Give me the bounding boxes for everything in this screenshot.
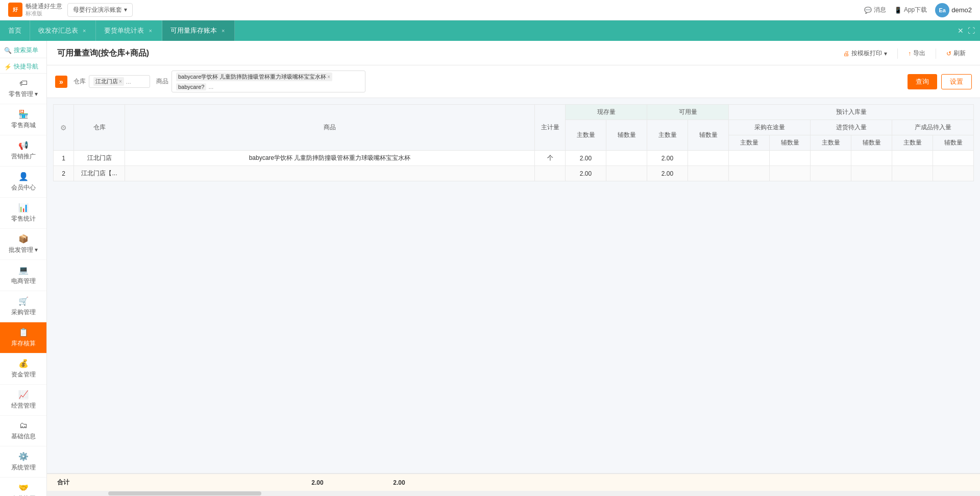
sidebar-item-retail-mgmt-label: 零售管理 ▾: [9, 90, 38, 99]
sidebar-item-retail-mgmt[interactable]: 🏷 零售管理 ▾: [0, 74, 46, 104]
sidebar-item-marketing[interactable]: 📢 营销推广: [0, 135, 46, 167]
filter-product-more[interactable]: ...: [208, 83, 213, 90]
row1-product-main: [892, 151, 933, 166]
basic-info-icon: 🗂: [19, 421, 28, 430]
table-scroll-bar[interactable]: [47, 491, 980, 496]
finance-icon: 💰: [18, 359, 29, 368]
filter-product-tag1: babycare学饮杯 儿童防摔防撞吸管杯重力球吸嘴杯宝宝水杯 ×: [176, 73, 332, 81]
sidebar-search[interactable]: 🔍 搜索菜单: [0, 41, 46, 58]
tab-available-stock[interactable]: 可用量库存账本 ×: [162, 20, 235, 41]
refresh-btn[interactable]: ↺ 刷新: [942, 47, 970, 60]
marketing-icon: 📢: [18, 140, 29, 150]
row1-product: babycare学饮杯 儿童防摔防撞吸管杯重力球吸嘴杯宝宝水杯: [125, 151, 535, 166]
sidebar-item-purchase[interactable]: 🛒 采购管理: [0, 291, 46, 322]
wholesale-icon: 📦: [18, 234, 29, 244]
row1-product-aux: [933, 151, 974, 166]
th-purchase-main: 主数量: [729, 135, 770, 151]
sidebar-item-retail-mall[interactable]: 🏪 零售商城: [0, 104, 46, 135]
print-btn[interactable]: 🖨 按模板打印 ▾: [839, 47, 891, 60]
tab-home[interactable]: 首页: [0, 20, 30, 41]
sidebar-item-operation-label: 经营管理: [11, 401, 36, 410]
th-product-main: 主数量: [892, 135, 933, 151]
sidebar-item-enterprise-coop[interactable]: 🤝 企业协同: [0, 478, 46, 496]
filter-warehouse-field: 仓库 江北门店 × ...: [74, 75, 150, 88]
row2-warehouse: 江北门店【...: [74, 166, 125, 181]
sidebar-quick-nav[interactable]: ⚡ 快捷导航: [0, 58, 46, 74]
app-download-btn[interactable]: 📱 App下载: [894, 6, 927, 14]
row1-warehouse: 江北门店: [74, 151, 125, 166]
scroll-thumb[interactable]: [108, 491, 261, 495]
sidebar-item-purchase-label: 采购管理: [11, 308, 36, 317]
tab-close-all-icon[interactable]: ✕: [958, 27, 964, 35]
filter-product-input[interactable]: babycare学饮杯 儿童防摔防撞吸管杯重力球吸嘴杯宝宝水杯 × babyca…: [172, 70, 365, 92]
page-header: 可用量查询(按仓库+商品) 🖨 按模板打印 ▾ ↑ 导出 ↺ 刷新: [47, 41, 980, 65]
filter-bar: » 仓库 江北门店 × ... 商品 babycare学饮杯 儿童防摔防撞吸管杯…: [47, 65, 980, 98]
th-available-aux: 辅数量: [688, 120, 729, 151]
sidebar-item-basic-info[interactable]: 🗂 基础信息: [0, 416, 46, 446]
footer-stock-main: 2.00: [297, 479, 338, 486]
query-button[interactable]: 查询: [908, 74, 937, 89]
sidebar-item-retail-stats[interactable]: 📊 零售统计: [0, 198, 46, 229]
row2-goods-aux: [851, 166, 892, 181]
sidebar-item-finance[interactable]: 💰 资金管理: [0, 353, 46, 385]
table-row: 1 江北门店 babycare学饮杯 儿童防摔防撞吸管杯重力球吸嘴杯宝宝水杯 个…: [54, 151, 974, 166]
main-layout: 🔍 搜索菜单 ⚡ 快捷导航 🏷 零售管理 ▾ 🏪 零售商城 📢 营销推广 👤 会…: [0, 41, 980, 496]
logo-sub: 标准版: [26, 10, 62, 17]
th-settings: ⚙: [54, 105, 74, 151]
footer-label: 合计: [52, 478, 134, 487]
sidebar-item-basic-info-label: 基础信息: [11, 432, 36, 441]
footer-available-main: 2.00: [379, 479, 420, 486]
industry-selector[interactable]: 母婴行业演示账套 ▾: [67, 3, 133, 17]
sidebar-item-finance-label: 资金管理: [11, 370, 36, 379]
sidebar-item-inventory-label: 库存核算: [11, 339, 36, 348]
tab-order-stats-close[interactable]: ×: [147, 27, 153, 34]
purchase-icon: 🛒: [18, 296, 29, 306]
filter-product-tag1-close[interactable]: ×: [327, 74, 330, 80]
tab-receipt-summary-close[interactable]: ×: [81, 27, 87, 34]
th-stock: 现存量: [566, 105, 647, 120]
expand-btn[interactable]: »: [55, 76, 67, 88]
operation-icon: 📈: [18, 390, 29, 399]
msg-btn[interactable]: 💬 消息: [864, 6, 886, 14]
avatar: Ea: [935, 3, 949, 17]
filter-warehouse-tag-close[interactable]: ×: [119, 79, 122, 84]
sidebar-item-ecommerce[interactable]: 💻 电商管理: [0, 260, 46, 291]
row1-purchase-main: [729, 151, 770, 166]
setting-button[interactable]: 设置: [941, 74, 972, 89]
sidebar-item-retail-mall-label: 零售商城: [11, 121, 36, 130]
sidebar-item-system[interactable]: ⚙️ 系统管理: [0, 446, 46, 478]
page-actions: 🖨 按模板打印 ▾ ↑ 导出 ↺ 刷新: [839, 47, 970, 60]
sidebar-item-marketing-label: 营销推广: [11, 152, 36, 161]
sidebar-item-system-label: 系统管理: [11, 463, 36, 472]
row2-product: [125, 166, 535, 181]
sidebar-quick-nav-label: 快捷导航: [14, 62, 38, 71]
export-btn[interactable]: ↑ 导出: [904, 47, 929, 60]
table-area: ⚙ 仓库 商品 主计量 现存量 可用量 预计入库量 主数量 辅数量 主数量 辅数…: [47, 98, 980, 473]
th-purchase-in: 采购在途量: [729, 120, 811, 135]
row1-goods-main: [811, 151, 851, 166]
filter-actions: 查询 设置: [908, 74, 972, 89]
user-area[interactable]: Ea demo2: [935, 3, 972, 17]
sidebar-item-member[interactable]: 👤 会员中心: [0, 167, 46, 198]
retail-mgmt-icon: 🏷: [19, 79, 28, 88]
th-goods-main: 主数量: [811, 135, 851, 151]
tab-receipt-summary[interactable]: 收发存汇总表 ×: [30, 20, 96, 41]
sidebar-item-inventory[interactable]: 📋 库存核算: [0, 322, 46, 353]
sidebar-item-retail-stats-label: 零售统计: [11, 215, 36, 223]
row2-unit: [535, 166, 566, 181]
app-download-label: App下载: [904, 6, 927, 14]
enterprise-coop-icon: 🤝: [18, 483, 29, 492]
tab-order-stats[interactable]: 要货单统计表 ×: [96, 20, 162, 41]
quick-nav-icon: ⚡: [4, 63, 12, 70]
row2-purchase-aux: [770, 166, 811, 181]
sidebar-item-operation[interactable]: 📈 经营管理: [0, 385, 46, 416]
filter-warehouse-more[interactable]: ...: [126, 78, 131, 85]
filter-warehouse-input[interactable]: 江北门店 × ...: [89, 75, 150, 88]
tab-expand-icon[interactable]: ⛶: [968, 27, 975, 35]
tab-available-stock-close[interactable]: ×: [220, 27, 226, 34]
tab-bar: 首页 收发存汇总表 × 要货单统计表 × 可用量库存账本 × ✕ ⛶: [0, 20, 980, 41]
row1-available-main: 2.00: [647, 151, 688, 166]
th-product: 商品: [125, 105, 535, 151]
sidebar-item-wholesale[interactable]: 📦 批发管理 ▾: [0, 229, 46, 260]
settings-icon[interactable]: ⚙: [60, 124, 67, 132]
